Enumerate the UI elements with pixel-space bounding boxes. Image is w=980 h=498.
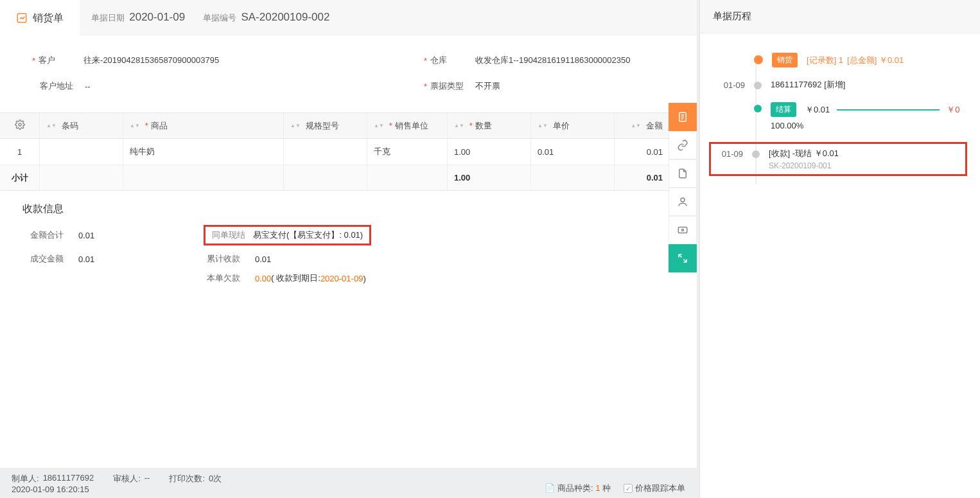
timeline-node-create[interactable]: 01-09 18611177692 [新增] <box>713 79 967 91</box>
items-table: ▲▼条码 ▲▼*商品 ▲▼规格型号 ▲▼*销售单位 ▲▼*数量 ▲▼单价 ▲▼金… <box>0 112 697 191</box>
payment-section: 收款信息 金额合计 0.01 同单现结 易宝支付(【易宝支付】: 0.01) 成… <box>0 191 697 305</box>
tab-title: 销货单 <box>33 12 64 25</box>
rail-money-icon[interactable] <box>669 216 697 244</box>
th-spec[interactable]: ▲▼规格型号 <box>284 113 367 138</box>
footer-bar: 制单人:18611177692 审核人:-- 打印次数:0次 2020-01-0… <box>0 468 697 498</box>
rail-link-icon[interactable] <box>669 131 697 159</box>
table-subtotal: 小计 1.00 0.01 <box>0 165 697 190</box>
svg-rect-4 <box>678 227 687 233</box>
rail-notes-icon[interactable] <box>669 103 697 131</box>
header-bar: 销货单 单据日期 2020-01-09 单据编号 SA-20200109-002 <box>0 0 697 35</box>
svg-point-3 <box>681 198 685 202</box>
price-track-checkbox[interactable]: ✓ 价格跟踪本单 <box>624 483 685 494</box>
th-amount[interactable]: ▲▼金额 <box>615 113 669 138</box>
dot-icon <box>754 82 762 89</box>
payment-title: 收款信息 <box>22 202 674 216</box>
form-area: *客户往来-2019042815365870900003795 *仓库收发仓库1… <box>0 35 697 112</box>
svg-point-5 <box>682 229 684 231</box>
receipt-icon: 📄 <box>545 483 555 493</box>
checkbox-icon: ✓ <box>624 484 633 493</box>
date-label: 单据日期 <box>91 13 125 22</box>
timeline-node-settle: 结算 ￥0.01 ￥0 100.00% <box>713 102 967 130</box>
field-address: 客户地址-- <box>32 80 424 92</box>
th-qty[interactable]: ▲▼*数量 <box>448 113 531 138</box>
rail-doc-icon[interactable] <box>669 159 697 188</box>
table-header: ▲▼条码 ▲▼*商品 ▲▼规格型号 ▲▼*销售单位 ▲▼*数量 ▲▼单价 ▲▼金… <box>0 113 697 139</box>
table-row[interactable]: 1 纯牛奶 千克 1.00 0.01 0.01 <box>0 139 697 165</box>
dot-icon <box>754 55 763 64</box>
timeline-node-receipt-highlight[interactable]: 01-09 [收款] -现结 ￥0.01 SK-20200109-001 <box>709 142 967 176</box>
th-price[interactable]: ▲▼单价 <box>531 113 615 138</box>
field-customer: *客户往来-2019042815365870900003795 <box>32 55 424 66</box>
field-warehouse: *仓库收发仓库1--190428161911863000002350 <box>424 55 630 66</box>
progress-bar <box>837 109 940 111</box>
kinds-info: 📄 商品种类: 1 种 <box>545 483 611 494</box>
th-unit[interactable]: ▲▼*销售单位 <box>367 113 448 138</box>
footer-timestamp: 2020-01-09 16:20:15 <box>12 485 222 494</box>
date-value: 2020-01-09 <box>129 11 185 23</box>
header-meta: 单据日期 2020-01-09 单据编号 SA-20200109-002 <box>80 11 329 24</box>
dot-icon <box>752 150 760 158</box>
timeline-panel: 单据历程 销货 [记录数] 1 [总金额] ￥0.01 01-09 186111… <box>699 0 980 498</box>
dot-icon <box>754 105 762 112</box>
highlight-same-settle: 同单现结 易宝支付(【易宝支付】: 0.01) <box>204 225 371 245</box>
side-rail <box>669 103 697 272</box>
rail-user-icon[interactable] <box>669 188 697 216</box>
no-label: 单据编号 <box>203 13 236 22</box>
field-billtype: *票据类型不开票 <box>424 80 500 92</box>
tab-sales-order[interactable]: 销货单 <box>0 0 80 35</box>
timeline-node-sales: 销货 [记录数] 1 [总金额] ￥0.01 <box>713 53 967 67</box>
rail-expand-icon[interactable] <box>669 244 697 272</box>
no-value: SA-20200109-002 <box>241 11 329 23</box>
main-panel: 销货单 单据日期 2020-01-09 单据编号 SA-20200109-002… <box>0 0 697 498</box>
chart-icon <box>16 12 28 24</box>
gear-icon[interactable] <box>15 120 25 132</box>
svg-point-1 <box>19 123 21 126</box>
th-barcode[interactable]: ▲▼条码 <box>40 113 123 138</box>
th-product[interactable]: ▲▼*商品 <box>123 113 284 138</box>
timeline-title: 单据历程 <box>700 0 980 33</box>
